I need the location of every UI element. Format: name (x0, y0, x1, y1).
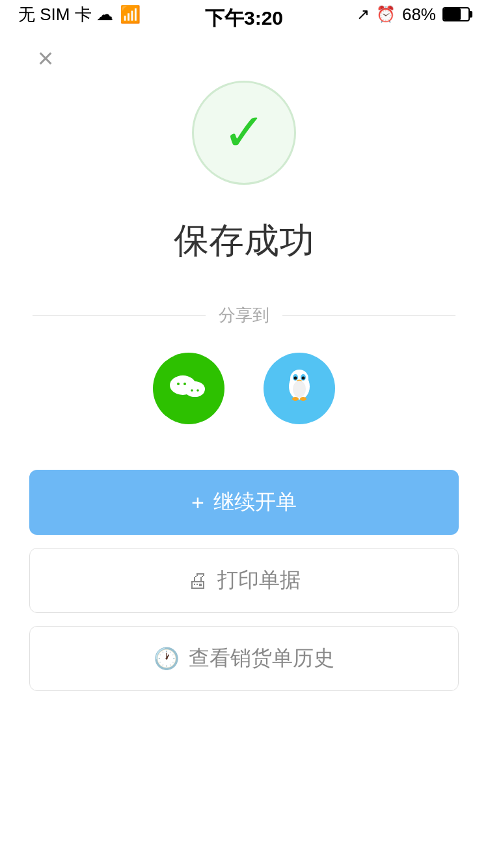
share-divider: 分享到 (33, 304, 455, 327)
qq-icon (278, 367, 321, 410)
wifi-icon: 📶 (120, 5, 141, 25)
history-label: 查看销货单历史 (189, 644, 334, 673)
status-right: ↗ ⏰ 68% (357, 5, 470, 25)
wechat-icon (167, 367, 210, 410)
print-label: 打印单据 (217, 566, 301, 595)
share-label: 分享到 (219, 304, 269, 327)
svg-point-18 (292, 397, 299, 401)
battery-percent: 68% (402, 5, 436, 25)
battery-icon (442, 7, 470, 21)
continue-label: 继续开单 (213, 488, 297, 517)
wechat-share-button[interactable] (153, 353, 224, 424)
continue-button[interactable]: + 继续开单 (29, 470, 459, 535)
svg-point-9 (197, 389, 199, 392)
divider-right (282, 315, 455, 316)
history-button[interactable]: 🕐 查看销货单历史 (29, 626, 459, 691)
action-buttons: + 继续开单 🖨 打印单据 🕐 查看销货单历史 (29, 470, 459, 691)
location-icon: ↗ (357, 5, 370, 23)
print-button[interactable]: 🖨 打印单据 (29, 548, 459, 613)
printer-icon: 🖨 (187, 569, 208, 593)
no-sim-text: 无 SIM 卡 ☁ (18, 3, 113, 26)
close-icon: × (38, 45, 54, 72)
share-icons-container (153, 353, 335, 424)
qq-share-button[interactable] (264, 353, 335, 424)
main-content: ✓ 保存成功 分享到 (0, 29, 488, 868)
status-left: 无 SIM 卡 ☁ 📶 (18, 3, 141, 26)
svg-point-6 (177, 383, 180, 385)
alarm-icon: ⏰ (376, 5, 396, 23)
svg-point-8 (191, 389, 193, 392)
success-circle: ✓ (192, 81, 296, 185)
svg-point-15 (302, 377, 305, 380)
close-button[interactable]: × (26, 39, 65, 78)
clock-icon: 🕐 (154, 646, 180, 671)
divider-left (33, 315, 206, 316)
svg-point-14 (294, 377, 297, 380)
svg-point-17 (293, 381, 306, 398)
svg-point-5 (186, 384, 204, 397)
checkmark-icon: ✓ (223, 107, 266, 159)
plus-icon: + (191, 490, 204, 515)
status-time: 下午3:20 (205, 5, 283, 32)
svg-point-7 (183, 383, 186, 385)
success-title: 保存成功 (174, 217, 314, 265)
svg-point-19 (300, 397, 306, 401)
